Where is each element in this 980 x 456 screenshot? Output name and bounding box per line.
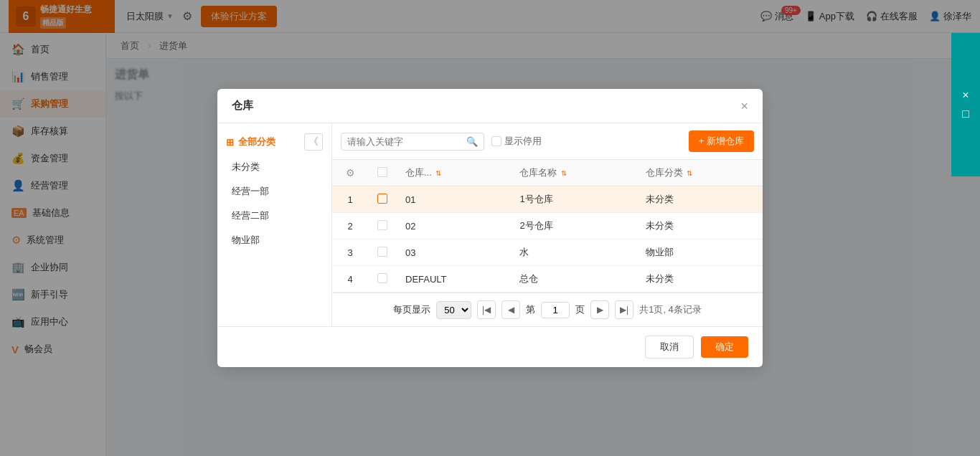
page-first-btn[interactable]: |◀ (477, 300, 496, 319)
category-panel: ⊞ 全部分类 《 未分类 经营一部 经营二部 物业部 (217, 123, 332, 326)
col-category[interactable]: 仓库分类 ⇅ (637, 160, 763, 186)
row-category: 未分类 (637, 213, 763, 239)
row-code: 02 (397, 213, 511, 239)
row-checkbox-2[interactable] (377, 220, 387, 230)
modal-header: 仓库 × (217, 89, 763, 123)
row-name: 水 (511, 239, 636, 266)
category-unclassified[interactable]: 未分类 (217, 155, 331, 179)
modal-body: ⊞ 全部分类 《 未分类 经营一部 经营二部 物业部 🔍 (217, 123, 763, 326)
col-name[interactable]: 仓库名称 ⇅ (511, 160, 636, 186)
col-name-label: 仓库名称 (519, 167, 557, 178)
table-row[interactable]: 1 01 1号仓库 未分类 (332, 186, 763, 213)
row-code: 01 (397, 186, 511, 213)
modal-overlay: 仓库 × ⊞ 全部分类 《 未分类 经营一部 经营二部 物业部 (0, 0, 980, 456)
table-body: 1 01 1号仓库 未分类 2 (332, 186, 763, 293)
row-num: 2 (332, 213, 368, 239)
warehouse-table: ⚙ 仓库... ⇅ 仓库名称 (332, 160, 763, 293)
row-num: 1 (332, 186, 368, 213)
page-suffix: 页 (575, 303, 585, 316)
table-row[interactable]: 2 02 2号仓库 未分类 (332, 213, 763, 239)
content-panel: 🔍 显示停用 + 新增仓库 ⚙ (332, 123, 763, 326)
row-num: 3 (332, 239, 368, 266)
col-check (368, 160, 397, 186)
per-page-label: 每页显示 (393, 303, 430, 316)
warehouse-modal: 仓库 × ⊞ 全部分类 《 未分类 经营一部 经营二部 物业部 (217, 89, 763, 367)
add-warehouse-btn[interactable]: + 新增仓库 (689, 130, 754, 152)
col-settings: ⚙ (332, 160, 368, 186)
row-check[interactable] (368, 213, 397, 239)
search-input[interactable] (347, 136, 462, 147)
row-checkbox-3[interactable] (377, 247, 387, 257)
modal-title: 仓库 (232, 99, 253, 113)
table-row[interactable]: 3 03 水 物业部 (332, 239, 763, 266)
content-toolbar: 🔍 显示停用 + 新增仓库 (332, 123, 763, 160)
row-category: 未分类 (637, 186, 763, 213)
show-disabled-checkbox[interactable]: 显示停用 (491, 135, 542, 148)
row-code: 03 (397, 239, 511, 266)
table-wrapper: ⚙ 仓库... ⇅ 仓库名称 (332, 160, 763, 293)
row-check[interactable] (368, 266, 397, 293)
grid-icon: ⊞ (226, 137, 234, 148)
row-num: 4 (332, 266, 368, 293)
category-header: ⊞ 全部分类 《 (217, 129, 331, 155)
row-check[interactable] (368, 239, 397, 266)
page-next-btn[interactable]: ▶ (590, 300, 609, 319)
row-name: 总仓 (511, 266, 636, 293)
teal-sidebar: × □ (951, 33, 980, 176)
modal-footer: 取消 确定 (217, 326, 763, 367)
category-ops2[interactable]: 经营二部 (217, 204, 331, 228)
category-all-btn[interactable]: ⊞ 全部分类 (226, 136, 275, 148)
category-ops1[interactable]: 经营一部 (217, 179, 331, 204)
row-name: 2号仓库 (511, 213, 636, 239)
select-all-check[interactable] (377, 167, 387, 177)
col-category-sort-icon: ⇅ (687, 169, 692, 177)
per-page-select[interactable]: 50 (436, 301, 471, 319)
col-category-label: 仓库分类 (646, 167, 683, 178)
row-checkbox-1[interactable] (377, 194, 387, 204)
show-disabled-label: 显示停用 (504, 135, 542, 148)
cancel-btn[interactable]: 取消 (645, 336, 694, 358)
modal-close-btn[interactable]: × (740, 100, 748, 113)
page-label: 第 (526, 303, 535, 316)
pagination: 每页显示 50 |◀ ◀ 第 页 ▶ ▶| 共1页, 4条记录 (332, 293, 763, 326)
search-box: 🔍 (341, 133, 484, 151)
row-check[interactable] (368, 186, 397, 213)
page-input[interactable] (541, 302, 570, 318)
category-collapse-btn[interactable]: 《 (304, 133, 323, 151)
category-all-label: 全部分类 (238, 136, 275, 148)
row-name: 1号仓库 (511, 186, 636, 213)
table-header: ⚙ 仓库... ⇅ 仓库名称 (332, 160, 763, 186)
category-property[interactable]: 物业部 (217, 228, 331, 252)
teal-close-btn[interactable]: × (962, 89, 969, 102)
teal-expand-btn[interactable]: □ (962, 108, 969, 120)
row-category: 物业部 (637, 239, 763, 266)
page-total: 共1页, 4条记录 (639, 303, 702, 316)
table-row[interactable]: 4 DEFAULT 总仓 未分类 (332, 266, 763, 293)
col-code[interactable]: 仓库... ⇅ (397, 160, 511, 186)
row-checkbox-4[interactable] (377, 273, 387, 283)
col-code-sort-icon: ⇅ (435, 169, 441, 177)
col-name-sort-icon: ⇅ (561, 169, 567, 177)
row-code: DEFAULT (397, 266, 511, 293)
page-last-btn[interactable]: ▶| (615, 300, 633, 319)
page-prev-btn[interactable]: ◀ (501, 300, 520, 319)
col-code-label: 仓库... (405, 167, 432, 178)
row-category: 未分类 (637, 266, 763, 293)
col-settings-icon[interactable]: ⚙ (346, 167, 355, 179)
confirm-btn[interactable]: 确定 (701, 336, 748, 358)
show-disabled-check[interactable] (491, 136, 501, 146)
search-icon[interactable]: 🔍 (466, 136, 478, 147)
